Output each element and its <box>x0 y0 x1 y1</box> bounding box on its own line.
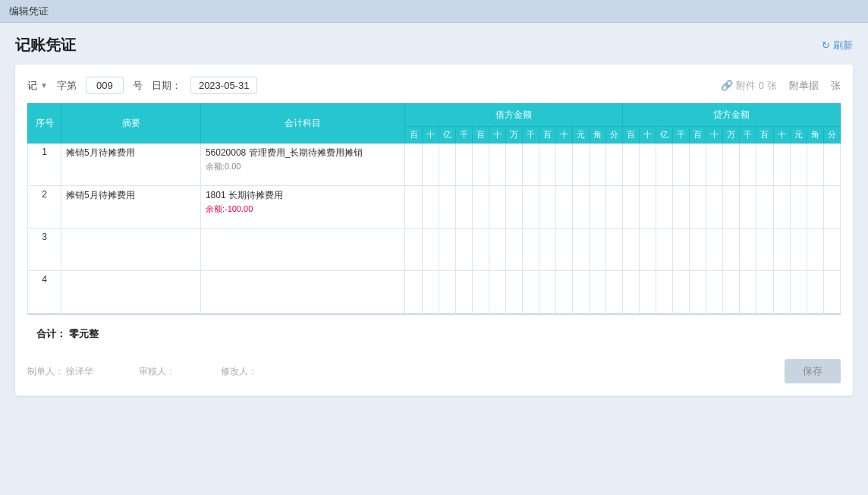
refresh-button[interactable]: ↻ 刷新 <box>822 39 853 52</box>
save-button[interactable]: 保存 <box>785 359 841 383</box>
td-num-16[interactable] <box>673 229 690 271</box>
td-num-10[interactable] <box>572 229 589 271</box>
td-num-10[interactable] <box>572 271 589 314</box>
table-row[interactable]: 1摊销5月待摊费用56020008 管理费用_长期待摊费用摊销余额:0.00 <box>28 143 841 186</box>
td-num-1[interactable] <box>422 229 439 271</box>
td-num-13[interactable] <box>623 186 640 229</box>
td-num-11[interactable] <box>590 186 606 229</box>
td-num-14[interactable] <box>640 271 656 314</box>
td-num-2[interactable] <box>439 229 455 271</box>
td-num-7[interactable] <box>522 229 539 271</box>
td-num-25[interactable] <box>823 271 840 314</box>
td-num-10[interactable] <box>572 143 589 186</box>
td-num-15[interactable] <box>656 143 673 186</box>
td-num-20[interactable] <box>740 186 756 229</box>
td-num-24[interactable] <box>807 271 823 314</box>
td-account[interactable]: 1801 长期待摊费用余额:-100.00 <box>200 186 405 229</box>
td-num-16[interactable] <box>673 143 690 186</box>
td-num-8[interactable] <box>539 186 555 229</box>
td-num-0[interactable] <box>405 186 422 229</box>
td-summary[interactable]: 摊销5月待摊费用 <box>61 143 201 186</box>
td-summary[interactable] <box>61 229 201 271</box>
td-num-9[interactable] <box>555 143 572 186</box>
td-num-23[interactable] <box>790 271 807 314</box>
td-num-24[interactable] <box>807 143 823 186</box>
voucher-type-select[interactable]: 记 ▼ <box>27 79 48 93</box>
td-num-4[interactable] <box>472 143 489 186</box>
td-num-9[interactable] <box>555 229 572 271</box>
td-num-20[interactable] <box>740 271 756 314</box>
td-num-19[interactable] <box>723 271 740 314</box>
td-num-18[interactable] <box>706 229 723 271</box>
td-num-11[interactable] <box>590 271 606 314</box>
td-num-0[interactable] <box>405 229 422 271</box>
td-num-24[interactable] <box>807 186 823 229</box>
td-num-18[interactable] <box>706 186 723 229</box>
td-num-3[interactable] <box>455 229 472 271</box>
table-row[interactable]: 3 <box>28 229 841 271</box>
td-num-0[interactable] <box>405 271 422 314</box>
td-num-8[interactable] <box>539 271 555 314</box>
td-num-5[interactable] <box>489 271 505 314</box>
td-num-23[interactable] <box>790 186 807 229</box>
td-num-12[interactable] <box>606 271 623 314</box>
td-num-13[interactable] <box>623 271 640 314</box>
td-num-19[interactable] <box>723 229 740 271</box>
td-num-21[interactable] <box>756 143 773 186</box>
td-account[interactable] <box>200 229 405 271</box>
td-num-11[interactable] <box>590 143 606 186</box>
td-summary[interactable] <box>61 271 201 314</box>
table-row[interactable]: 2摊销5月待摊费用1801 长期待摊费用余额:-100.00 <box>28 186 841 229</box>
td-num-21[interactable] <box>756 186 773 229</box>
voucher-number-field[interactable]: 009 <box>86 77 124 94</box>
td-num-4[interactable] <box>472 186 489 229</box>
td-num-23[interactable] <box>790 143 807 186</box>
td-num-1[interactable] <box>422 186 439 229</box>
td-num-22[interactable] <box>773 271 790 314</box>
td-num-6[interactable] <box>505 271 522 314</box>
td-num-17[interactable] <box>690 186 706 229</box>
td-num-14[interactable] <box>640 186 656 229</box>
td-num-19[interactable] <box>723 143 740 186</box>
td-num-23[interactable] <box>790 229 807 271</box>
td-num-17[interactable] <box>690 143 706 186</box>
td-num-11[interactable] <box>590 229 606 271</box>
table-row[interactable]: 4 <box>28 271 841 314</box>
td-num-7[interactable] <box>522 186 539 229</box>
td-num-9[interactable] <box>555 271 572 314</box>
td-num-6[interactable] <box>505 143 522 186</box>
td-num-15[interactable] <box>656 229 673 271</box>
td-num-15[interactable] <box>656 186 673 229</box>
td-num-2[interactable] <box>439 186 455 229</box>
td-account[interactable] <box>200 271 405 314</box>
date-field[interactable]: 2023-05-31 <box>190 77 258 94</box>
td-num-22[interactable] <box>773 186 790 229</box>
td-account[interactable]: 56020008 管理费用_长期待摊费用摊销余额:0.00 <box>200 143 405 186</box>
td-summary[interactable]: 摊销5月待摊费用 <box>61 186 201 229</box>
td-num-25[interactable] <box>823 186 840 229</box>
td-num-2[interactable] <box>439 143 455 186</box>
td-num-25[interactable] <box>823 143 840 186</box>
td-num-7[interactable] <box>522 143 539 186</box>
attach-link[interactable]: 🔗 附件 0 张 <box>721 79 777 93</box>
td-num-14[interactable] <box>640 143 656 186</box>
td-num-6[interactable] <box>505 229 522 271</box>
td-num-4[interactable] <box>472 229 489 271</box>
td-num-20[interactable] <box>740 229 756 271</box>
td-num-1[interactable] <box>422 271 439 314</box>
td-num-25[interactable] <box>823 229 840 271</box>
td-num-3[interactable] <box>455 271 472 314</box>
td-num-17[interactable] <box>690 271 706 314</box>
td-num-18[interactable] <box>706 143 723 186</box>
td-num-13[interactable] <box>623 143 640 186</box>
td-num-12[interactable] <box>606 186 623 229</box>
td-num-5[interactable] <box>489 186 505 229</box>
td-num-22[interactable] <box>773 229 790 271</box>
td-num-5[interactable] <box>489 229 505 271</box>
td-num-12[interactable] <box>606 229 623 271</box>
td-num-3[interactable] <box>455 143 472 186</box>
td-num-3[interactable] <box>455 186 472 229</box>
td-num-1[interactable] <box>422 143 439 186</box>
td-num-24[interactable] <box>807 229 823 271</box>
td-num-16[interactable] <box>673 271 690 314</box>
